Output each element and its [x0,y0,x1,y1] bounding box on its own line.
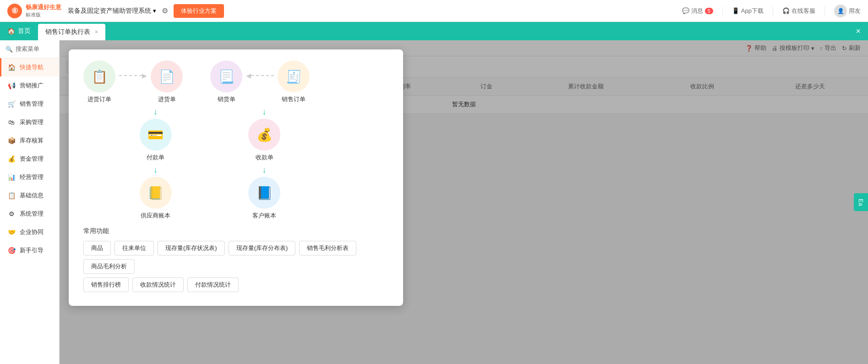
quick-guide-popup: 📋 进货订单 ▶ 📄 [69,49,403,306]
right-ear-label: Ea [857,199,864,206]
receipt-icon: 💰 [257,127,273,142]
flow-node-payment[interactable]: 💳 付款单 [140,119,172,162]
marketing-icon: 📢 [7,81,16,90]
flow-node-sales-bill[interactable]: 📃 销货单 [210,60,242,103]
func-btn-product[interactable]: 商品 [83,241,111,255]
flow-node-receipt-wrapper: 💰 收款单 [212,119,312,162]
func-btn-product-profit[interactable]: 商品毛利分析 [83,259,135,274]
sidebar-item-system[interactable]: ⚙ 系统管理 [0,205,59,223]
search-icon: 🔍 [5,46,13,53]
system-title-dropdown[interactable]: 装备及固定资产辅助管理系统 ▾ [68,7,156,15]
receipt-label: 收款单 [256,153,273,162]
func-btn-recv-stats[interactable]: 收款情况统计 [132,277,184,292]
tab-close-icon[interactable]: × [95,29,98,35]
flow-node-purchase-order[interactable]: 📋 进货订单 [83,60,115,103]
sidebar-item-purchase[interactable]: 🛍 采购管理 [0,113,59,131]
flow-arrow-h-1: ▶ [115,72,151,79]
flow-arrows-down-row1: ↓ ↓ [83,107,388,117]
system-title: 装备及固定资产辅助管理系统 [68,7,151,15]
app-download-btn[interactable]: 📱 App下载 [732,7,764,15]
sales-bill-circle: 📃 [210,60,242,92]
customer-account-circle: 📘 [248,177,280,209]
func-btn-sales-rank[interactable]: 销售排行榜 [83,277,129,292]
inventory-label: 库存核算 [20,136,44,145]
search-menu[interactable]: 🔍 搜索菜单 [0,40,59,58]
common-functions-section: 常用功能 商品 往来单位 现存量(库存状况表) 现存量(库存分布表) 销售毛利分… [83,227,388,292]
tab-bar-close-icon[interactable]: × [856,27,861,36]
inventory-icon: 📦 [7,136,16,145]
arrow-right-2: ▶ [246,72,251,79]
flow-node-supplier-account[interactable]: 📒 供应商账本 [140,177,172,220]
sales-label: 销售管理 [20,100,44,108]
sidebar-item-finance[interactable]: 💰 资金管理 [0,150,59,168]
home-icon: 🏠 [7,27,15,35]
purchase-bill-circle: 📄 [151,60,183,92]
func-btn-pay-stats[interactable]: 付款情况统计 [187,277,239,292]
logo-main: 畅康通好生意 [26,4,61,11]
flow-right-pair: 📃 销货单 ▶ 🧾 [210,60,310,103]
arrow-down-2: ↓ [262,107,267,117]
func-buttons-row1: 商品 往来单位 现存量(库存状况表) 现存量(库存分布表) 销售毛利分析表 商品… [83,241,388,274]
message-btn[interactable]: 💬 消息 5 [682,7,713,15]
basic-info-icon: 📋 [7,191,16,200]
arrow-down-4: ↓ [212,165,312,175]
user-label: 用友 [849,7,861,15]
func-btn-stock-dist[interactable]: 现存量(库存分布表) [229,241,296,255]
sidebar-item-enterprise[interactable]: 🤝 企业协同 [0,223,59,241]
logo-icon: ⑥ [7,4,22,18]
flow-node-customer-wrapper: 📘 客户账本 [212,177,312,220]
func-btn-sales-profit[interactable]: 销售毛利分析表 [299,241,356,255]
sidebar-item-operations[interactable]: 📊 经营管理 [0,168,59,186]
spacer-arrows [184,107,212,117]
flow-node-receipt[interactable]: 💰 收款单 [248,119,280,162]
sidebar-item-newbie[interactable]: 🎯 新手引导 [0,241,59,260]
sales-order-circle: 🧾 [278,60,310,92]
purchase-order-circle: 📋 [83,60,115,92]
sidebar-item-sales[interactable]: 🛒 销售管理 [0,95,59,113]
gear-settings-icon[interactable]: ⚙ [162,6,168,15]
tab-home-label: 首页 [18,27,31,35]
sidebar-item-basic-info[interactable]: 📋 基础信息 [0,186,59,205]
system-icon: ⚙ [7,209,16,218]
sales-order-label: 销售订单 [282,95,306,103]
right-ear[interactable]: Ea [854,193,868,212]
tab-sales-order-label: 销售订单执行表 [45,28,90,36]
receipt-circle: 💰 [248,119,280,151]
supplier-account-icon: 📒 [147,185,164,201]
arrow-down-3-icon: ↓ [153,165,158,175]
user-menu[interactable]: 👤 用友 [834,5,861,17]
tab-home[interactable]: 🏠 首页 [0,22,38,40]
flow-node-customer-account[interactable]: 📘 客户账本 [248,177,280,220]
sales-bill-label: 销货单 [218,95,235,103]
search-menu-label: 搜索菜单 [16,45,39,53]
dropdown-arrow-icon: ▾ [153,7,156,14]
arrow-down-purchase: ↓ [83,107,184,117]
message-badge: 5 [705,8,713,14]
flow-arrow-h-2: ▶ [242,72,278,79]
func-btn-stock-status[interactable]: 现存量(库存状况表) [158,241,225,255]
func-btn-partners[interactable]: 往来单位 [115,241,154,255]
sales-icon: 🛒 [7,99,16,109]
system-label: 系统管理 [20,210,44,218]
payment-circle: 💳 [140,119,172,151]
sidebar-item-quick-nav[interactable]: 🏠 快捷导航 [0,58,59,76]
purchase-label: 采购管理 [20,118,44,126]
tab-sales-order[interactable]: 销售订单执行表 × [38,24,105,40]
purchase-order-label: 进货订单 [87,95,111,103]
purchase-bill-label: 进货单 [158,95,176,103]
flow-node-sales-order[interactable]: 🧾 销售订单 [278,60,310,103]
section-title: 常用功能 [83,227,388,235]
online-service-btn[interactable]: 🎧 在线客服 [782,7,815,15]
newbie-icon: 🎯 [7,246,16,255]
flow-left-pair: 📋 进货订单 ▶ 📄 [83,60,183,103]
flow-node-purchase-bill[interactable]: 📄 进货单 [151,60,183,103]
purchase-order-icon: 📋 [92,69,108,84]
sidebar-item-inventory[interactable]: 📦 库存核算 [0,131,59,150]
experience-btn[interactable]: 体验行业方案 [174,4,224,18]
quick-nav-icon: 🏠 [7,63,16,72]
app-download-icon: 📱 [732,7,739,14]
arrow-right-1: ▶ [142,72,147,79]
sidebar-item-marketing[interactable]: 📢 营销推广 [0,76,59,95]
tab-bar: 🏠 首页 销售订单执行表 × × [0,22,868,40]
logo-sub: 标准版 [26,11,61,18]
